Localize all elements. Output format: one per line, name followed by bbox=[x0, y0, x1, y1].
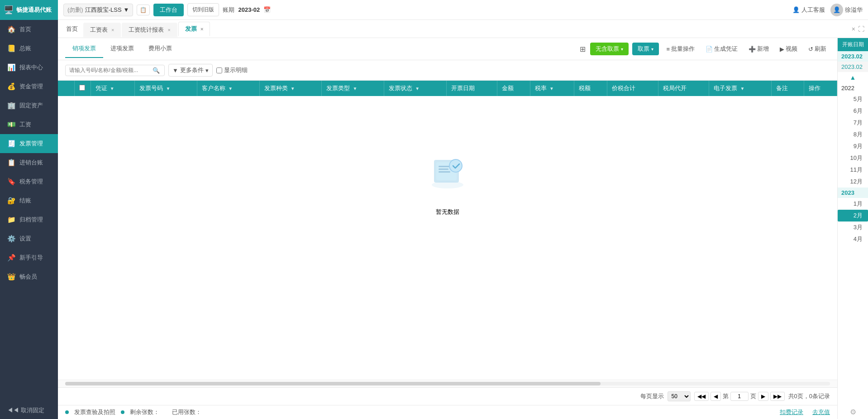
tab-bar-expand-button[interactable]: ⛶ bbox=[858, 25, 864, 33]
no-tax-button[interactable]: 无含取票 ▾ bbox=[590, 43, 629, 55]
month-2022-06[interactable]: 6月 bbox=[838, 105, 868, 117]
year-2023-02-first[interactable]: 2023.02 bbox=[838, 51, 868, 62]
search-input[interactable] bbox=[69, 67, 151, 73]
go-recharge-link[interactable]: 去充值 bbox=[812, 408, 830, 416]
video-button[interactable]: ▶ 视频 bbox=[776, 43, 801, 55]
sidebar-item-invoice[interactable]: 🧾 发票管理 bbox=[0, 134, 58, 153]
h-scrollbar-track[interactable] bbox=[65, 382, 830, 385]
invoice-table[interactable]: 凭证 ▼ 发票号码 ▼ 客户名称 ▼ bbox=[58, 81, 837, 380]
month-2023-03[interactable]: 3月 bbox=[838, 222, 868, 233]
year-2023-02-second[interactable]: 2023.02 bbox=[838, 62, 868, 72]
show-detail-checkbox[interactable]: 显示明细 bbox=[216, 66, 248, 74]
sidebar-item-funds[interactable]: 💰 资金管理 bbox=[0, 77, 58, 96]
invoice-tab-close[interactable]: × bbox=[200, 26, 203, 32]
tab-home[interactable]: 首页 bbox=[62, 22, 82, 36]
page-suffix: 页 bbox=[750, 392, 756, 400]
copy-button[interactable]: 📋 bbox=[137, 5, 150, 15]
month-2022-08[interactable]: 8月 bbox=[838, 129, 868, 140]
sidebar-item-closing[interactable]: 🔐 结账 bbox=[0, 191, 58, 210]
th-remarks: 备注 bbox=[771, 81, 804, 96]
refresh-button[interactable]: ↺ 刷新 bbox=[805, 43, 830, 55]
switch-version-button[interactable]: 切到旧版 bbox=[187, 3, 219, 16]
select-all-checkbox[interactable] bbox=[79, 85, 85, 91]
tab-invoice[interactable]: 发票 × bbox=[178, 22, 210, 36]
voucher-filter-icon[interactable]: ▼ bbox=[110, 86, 114, 91]
wage-tab-close[interactable]: × bbox=[111, 27, 114, 33]
sidebar-item-ledger[interactable]: 📒 总账 bbox=[0, 39, 58, 58]
sidebar-item-member[interactable]: 👑 畅会员 bbox=[0, 267, 58, 286]
recharge-record-link[interactable]: 扣费记录 bbox=[780, 408, 803, 416]
sidebar-item-settings[interactable]: ⚙️ 设置 bbox=[0, 229, 58, 248]
first-page-button[interactable]: ◀◀ bbox=[694, 392, 709, 401]
wage-report-tab-close[interactable]: × bbox=[167, 27, 170, 33]
tab-bar-close-button[interactable]: × bbox=[852, 25, 855, 33]
month-2022-11[interactable]: 11月 bbox=[838, 164, 868, 176]
show-detail-input[interactable] bbox=[216, 67, 222, 73]
invoice-type-filter-icon[interactable]: ▼ bbox=[291, 86, 295, 91]
last-page-button[interactable]: ▶▶ bbox=[770, 392, 785, 401]
customer-filter-icon[interactable]: ▼ bbox=[228, 86, 233, 91]
more-filter-button[interactable]: ▼ 更多条件 ▾ bbox=[168, 64, 213, 77]
sub-tab-expense[interactable]: 费用小票 bbox=[141, 40, 179, 58]
user-profile[interactable]: 👤 徐溢华 bbox=[830, 4, 863, 16]
take-button[interactable]: 取票 ▾ bbox=[632, 43, 659, 55]
per-page-select[interactable]: 50 100 200 bbox=[668, 391, 691, 401]
sidebar-item-label: 固定资产 bbox=[19, 101, 43, 110]
panel-settings-icon[interactable]: ⚙ bbox=[838, 405, 868, 419]
h-scrollbar-thumb[interactable] bbox=[65, 382, 601, 385]
sidebar-unpin-button[interactable]: ◀◀ 取消固定 bbox=[0, 402, 58, 419]
month-2022-10[interactable]: 10月 bbox=[838, 152, 868, 164]
sidebar-item-guide[interactable]: 📌 新手引导 bbox=[0, 248, 58, 267]
company-selector[interactable]: (勿删) 江西股宝-LSS ▼ bbox=[63, 4, 133, 16]
tab-wage-report[interactable]: 工资统计报表 × bbox=[122, 23, 177, 37]
next-page-button[interactable]: ▶ bbox=[758, 392, 768, 401]
sidebar-item-label: 报表中心 bbox=[19, 63, 43, 72]
gen-voucher-button[interactable]: 📄 生成凭证 bbox=[702, 43, 741, 55]
sub-tab-purchase[interactable]: 进项发票 bbox=[103, 40, 141, 58]
grid-view-button[interactable]: ⊞ bbox=[579, 44, 587, 54]
sidebar-item-tax[interactable]: 🔖 税务管理 bbox=[0, 172, 58, 191]
no-tax-label: 无含取票 bbox=[596, 45, 619, 53]
archive-icon: 📁 bbox=[7, 216, 16, 224]
sidebar-item-label: 发票管理 bbox=[19, 140, 43, 148]
year-2022-header[interactable]: 2022 bbox=[838, 83, 868, 93]
search-icon: 🔍 bbox=[153, 67, 160, 74]
invoice-no-filter-icon[interactable]: ▼ bbox=[166, 86, 170, 91]
new-button[interactable]: ➕ 新增 bbox=[745, 43, 773, 55]
invoice-category-filter-icon[interactable]: ▼ bbox=[353, 86, 358, 91]
tab-wage[interactable]: 工资表 × bbox=[83, 23, 121, 37]
sidebar-item-sales[interactable]: 📋 进销台账 bbox=[0, 153, 58, 172]
tax-rate-filter-icon[interactable]: ▼ bbox=[549, 86, 554, 91]
h-scrollbar[interactable] bbox=[58, 380, 837, 387]
workbench-button[interactable]: 工作台 bbox=[153, 4, 184, 16]
month-2023-02[interactable]: 2月 bbox=[838, 210, 868, 222]
batch-op-button[interactable]: ≡ 批量操作 bbox=[663, 43, 698, 55]
customer-service-button[interactable]: 👤 人工客服 bbox=[792, 6, 825, 14]
month-2022-12[interactable]: 12月 bbox=[838, 176, 868, 188]
right-panel-header[interactable]: 开账日期 bbox=[838, 38, 868, 51]
year-2023-header[interactable]: 2023 bbox=[838, 188, 868, 198]
month-2022-05[interactable]: 5月 bbox=[838, 93, 868, 105]
sidebar-item-payroll[interactable]: 💵 工资 bbox=[0, 115, 58, 134]
invoice-status-filter-icon[interactable]: ▼ bbox=[415, 86, 420, 91]
month-2022-07[interactable]: 7月 bbox=[838, 117, 868, 129]
sidebar-item-archive[interactable]: 📁 归档管理 bbox=[0, 210, 58, 229]
th-check[interactable] bbox=[74, 81, 91, 96]
content-area: 销项发票 进项发票 费用小票 ⊞ 无含取票 ▾ 取票 ▾ bbox=[58, 38, 868, 419]
search-box[interactable]: 🔍 bbox=[65, 65, 165, 76]
e-invoice-filter-icon[interactable]: ▼ bbox=[740, 86, 745, 91]
sidebar-item-reports[interactable]: 📊 报表中心 bbox=[0, 58, 58, 77]
month-2023-04[interactable]: 4月 bbox=[838, 233, 868, 245]
sub-tab-sales[interactable]: 销项发票 bbox=[65, 40, 103, 58]
page-number-input[interactable] bbox=[730, 392, 749, 401]
sidebar-item-home[interactable]: 🏠 首页 bbox=[0, 20, 58, 39]
th-icon bbox=[58, 81, 74, 96]
year-up-button[interactable]: ▲ bbox=[838, 72, 868, 83]
month-2023-01[interactable]: 1月 bbox=[838, 198, 868, 210]
prev-page-button[interactable]: ◀ bbox=[711, 392, 721, 401]
th-voucher: 凭证 ▼ bbox=[91, 81, 135, 96]
month-2022-09[interactable]: 9月 bbox=[838, 140, 868, 152]
sidebar-item-assets[interactable]: 🏢 固定资产 bbox=[0, 96, 58, 115]
user-name: 徐溢华 bbox=[845, 6, 863, 14]
th-invoice-category: 发票类型 ▼ bbox=[322, 81, 384, 96]
